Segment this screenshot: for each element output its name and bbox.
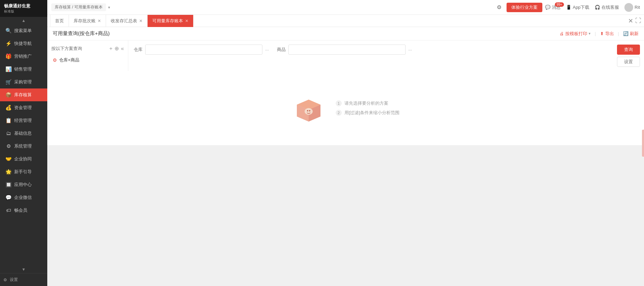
sidebar-bottom-settings[interactable]: ⚙ 设置 [0,273,47,286]
expand-icon[interactable]: ⛶ [635,17,641,24]
warehouse-label: 仓库 [134,47,143,53]
chevron-down-icon: ▾ [589,31,591,36]
refresh-icon: 🔄 [623,31,628,36]
topbar: 库存核算 / 可用量库存账本 ▾ ⚙ 体验行业方案 💬 消息 99+ 📱 App… [47,0,644,15]
sidebar-item-enterprise[interactable]: 🤝 企业协同 [0,153,47,165]
svg-point-4 [305,108,313,115]
wechat-icon: 💬 [5,194,11,201]
sidebar-item-operation[interactable]: 📋 经营管理 [0,114,47,127]
sidebar-item-member[interactable]: 🏷 畅会员 [0,204,47,217]
scheme-settings-button[interactable]: ⊕ [114,45,119,52]
sidebar-item-marketing[interactable]: 🎁 营销推广 [0,50,47,63]
download-icon: 📱 [566,5,571,10]
tab-available-ledger[interactable]: 可用量库存账本 ✕ [148,15,194,27]
settings-button[interactable]: 设置 [617,57,640,67]
sidebar-nav: 🔍 搜索菜单 ⚡ 快捷导航 🎁 营销推广 📊 销售管理 🛒 采购管理 📦 库存核… [0,24,47,266]
refresh-button[interactable]: 🔄 刷新 [623,31,639,37]
user-name: Rit [635,5,640,10]
right-scroll-indicator[interactable] [642,130,644,157]
avatar [624,3,633,12]
tip-num-2: 2 [336,110,342,116]
warehouse-input[interactable] [145,45,262,55]
app-edition: 标准版 [4,9,43,14]
add-scheme-button[interactable]: + [109,46,112,52]
tab-home[interactable]: 首页 [50,15,69,27]
sidebar-item-sales[interactable]: 📊 销售管理 [0,63,47,76]
sidebar-item-system[interactable]: ⚙ 系统管理 [0,140,47,153]
export-button[interactable]: ⬆ 导出 [600,31,614,37]
empty-tips: 1 请先选择要分析的方案 2 用[过滤]条件来缩小分析范围 [336,100,400,116]
query-buttons: 查询 设置 [617,41,644,71]
system-icon: ⚙ [5,143,11,149]
tab-batch-ledger-close[interactable]: ✕ [98,19,101,23]
sidebar-item-label: 快捷导航 [14,41,32,47]
export-label: 导出 [605,31,614,37]
svg-point-5 [307,110,308,111]
query-sidebar-actions: + ⊕ « [109,45,124,52]
tab-available-ledger-label: 可用量库存账本 [152,18,183,24]
sidebar-item-label: 新手引导 [14,169,32,175]
empty-state-inner: 1 请先选择要分析的方案 2 用[过滤]条件来缩小分析范围 [292,91,400,125]
marketing-icon: 🎁 [5,53,11,59]
sidebar-item-wechat[interactable]: 💬 企业微信 [0,191,47,204]
page-actions: 🖨 按模板打印 ▾ | ⬆ 导出 | 🔄 刷新 [560,31,639,37]
service-icon: 🎧 [595,5,600,10]
tab-available-ledger-close[interactable]: ✕ [185,19,188,23]
close-all-icon[interactable]: ✕ [628,17,633,25]
sidebar-item-guide[interactable]: 🌟 新手引导 [0,165,47,178]
enterprise-icon: 🤝 [5,156,11,162]
goods-more[interactable]: ··· [408,47,412,52]
tip-num-1: 1 [336,100,342,106]
guide-icon: 🌟 [5,169,11,175]
export-icon: ⬆ [600,31,604,36]
online-service-button[interactable]: 🎧 在线客服 [595,4,619,10]
print-icon: 🖨 [560,31,564,36]
sidebar-item-inventory[interactable]: 📦 库存核算 [0,88,47,101]
sidebar-item-search[interactable]: 🔍 搜索菜单 [0,24,47,37]
collapse-button[interactable]: « [121,46,124,52]
search-icon: 🔍 [5,28,11,34]
tab-batch-ledger[interactable]: 库存批次账 ✕ [69,15,106,27]
app-logo: 畅康通好生意 标准版 [0,0,47,17]
sidebar-item-quick-nav[interactable]: ⚡ 快捷导航 [0,37,47,50]
print-label: 按模板打印 [565,31,587,37]
breadcrumb: 库存核算 / 可用量库存账本 ▾ [51,3,492,11]
app-name: 畅康通好生意 [4,3,43,9]
scheme-label: 仓库+商品 [59,57,79,63]
sidebar-item-label: 企业协同 [14,156,32,162]
sidebar-item-label: 基础信息 [14,130,32,136]
query-area: 按以下方案查询 + ⊕ « ⚙ 仓库+商品 仓库 [47,41,644,71]
divider: | [595,31,596,36]
tip-text-2: 用[过滤]条件来缩小分析范围 [344,110,400,116]
apps-icon: 🔲 [5,182,11,188]
goods-label: 商品 [277,47,286,53]
query-scheme-item[interactable]: ⚙ 仓库+商品 [47,54,128,66]
sidebar-scroll-up[interactable]: ▲ [0,17,47,24]
sidebar-item-basic[interactable]: 🗂 基础信息 [0,127,47,140]
sidebar-item-finance[interactable]: 💰 资金管理 [0,101,47,114]
message-icon: 💬 [545,5,550,10]
app-download-button[interactable]: 📱 App下载 [566,4,589,10]
goods-input[interactable] [288,45,406,55]
topbar-right: 💬 消息 99+ 📱 App下载 🎧 在线客服 Rit [545,3,640,12]
sidebar-item-apps[interactable]: 🔲 应用中心 [0,178,47,191]
query-button[interactable]: 查询 [617,45,640,55]
sidebar-scroll-down[interactable]: ▼ [0,266,47,273]
sidebar-item-label: 搜索菜单 [14,28,32,34]
query-fields: 仓库 ··· 商品 ··· [128,41,617,71]
sidebar-item-label: 资金管理 [14,105,32,111]
sidebar-item-purchase[interactable]: 🛒 采购管理 [0,76,47,88]
print-button[interactable]: 🖨 按模板打印 ▾ [560,31,591,37]
topbar-settings-button[interactable]: ⚙ [494,3,504,12]
industry-solution-button[interactable]: 体验行业方案 [507,3,542,12]
query-row: 仓库 ··· 商品 ··· [134,45,612,55]
sales-icon: 📊 [5,66,11,72]
tab-recv-summary[interactable]: 收发存汇总表 ✕ [106,15,148,27]
message-button[interactable]: 💬 消息 99+ [545,4,561,10]
warehouse-more[interactable]: ··· [265,47,269,52]
tab-home-label: 首页 [55,18,64,24]
basic-icon: 🗂 [5,130,11,136]
user-menu[interactable]: Rit [624,3,640,12]
settings-icon: ⚙ [3,278,7,282]
tab-recv-summary-close[interactable]: ✕ [139,19,143,23]
